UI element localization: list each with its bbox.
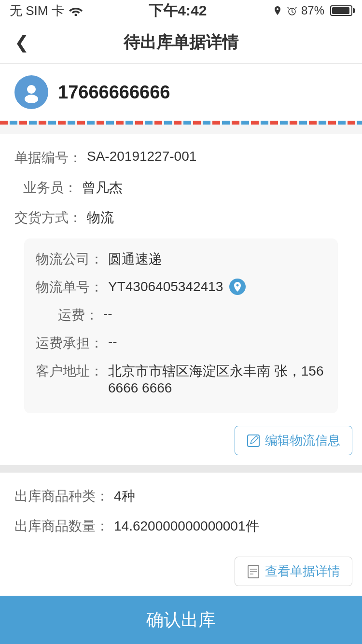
edit-icon [247, 434, 260, 448]
section-divider [0, 465, 362, 473]
nav-bar: ❮ 待出库单据详情 [0, 21, 362, 64]
view-detail-button[interactable]: 查看单据详情 [235, 557, 352, 586]
avatar-icon [21, 82, 42, 103]
goods-types-value: 4种 [114, 487, 135, 505]
carrier-text: 无 SIM 卡 [10, 2, 64, 19]
address-label: 客户地址： [36, 362, 108, 380]
staff-label: 业务员： [14, 179, 82, 197]
goods-types-row: 出库商品种类： 4种 [14, 487, 348, 505]
status-bar-right: 87% [272, 4, 352, 17]
doc-number-label: 单据编号： [14, 149, 87, 167]
goods-quantity-row: 出库商品数量： 14.620000000000001件 [14, 517, 348, 535]
staff-row: 业务员： 曾凡杰 [14, 179, 348, 197]
customer-phone: 17666666666 [58, 82, 170, 103]
confirm-button[interactable]: 确认出库 [0, 596, 362, 644]
svg-point-2 [27, 85, 36, 94]
delivery-label: 交货方式： [14, 209, 87, 227]
document-info-section: 单据编号： SA-20191227-001 业务员： 曾凡杰 交货方式： 物流 … [0, 134, 362, 418]
freight-row: 运费： -- [36, 306, 326, 324]
location-status-icon [272, 5, 283, 16]
tracking-location-icon[interactable] [229, 278, 246, 295]
logistics-tracking-row: 物流单号： YT4306405342413 [36, 278, 326, 296]
svg-point-0 [74, 14, 77, 16]
goods-section: 出库商品种类： 4种 出库商品数量： 14.620000000000001件 [0, 473, 362, 552]
customer-header: 17666666666 [0, 64, 362, 121]
goods-types-label: 出库商品种类： [14, 487, 114, 505]
edit-btn-container: 编辑物流信息 [0, 418, 362, 465]
status-bar-time: 下午4:42 [149, 1, 207, 21]
delivery-value: 物流 [87, 209, 348, 227]
edit-logistics-button[interactable]: 编辑物流信息 [235, 426, 352, 455]
battery-icon [330, 5, 352, 16]
freight-label: 运费： [36, 306, 103, 324]
staff-value: 曾凡杰 [82, 179, 348, 197]
status-bar: 无 SIM 卡 下午4:42 87% [0, 0, 362, 21]
freight-bearer-row: 运费承担： -- [36, 334, 326, 352]
doc-number-row: 单据编号： SA-20191227-001 [14, 149, 348, 167]
freight-bearer-value: -- [108, 334, 326, 350]
back-button[interactable]: ❮ [14, 32, 29, 53]
battery-percent: 87% [301, 4, 324, 17]
wifi-icon [68, 5, 84, 16]
freight-value: -- [103, 306, 326, 322]
status-bar-left: 无 SIM 卡 [10, 2, 84, 19]
view-detail-btn-label: 查看单据详情 [265, 563, 340, 580]
alarm-icon [287, 5, 297, 16]
logistics-tracking-label: 物流单号： [36, 278, 108, 296]
svg-point-3 [25, 95, 38, 103]
document-icon [247, 565, 260, 578]
confirm-btn-label: 确认出库 [146, 608, 216, 632]
avatar [14, 75, 48, 109]
address-row: 客户地址： 北京市市辖区海淀区永丰南 张，156 6666 6666 [36, 362, 326, 396]
edit-btn-label: 编辑物流信息 [265, 432, 340, 449]
goods-quantity-label: 出库商品数量： [14, 517, 114, 535]
goods-quantity-value: 14.620000000000001件 [114, 517, 259, 535]
logistics-tracking-value: YT4306405342413 [108, 278, 326, 295]
delivery-row: 交货方式： 物流 [14, 209, 348, 227]
decorative-border [0, 121, 362, 125]
doc-number-value: SA-20191227-001 [87, 149, 348, 164]
freight-bearer-label: 运费承担： [36, 334, 108, 352]
logistics-company-label: 物流公司： [36, 250, 108, 268]
logistics-section: 物流公司： 圆通速递 物流单号： YT4306405342413 运费： -- … [24, 238, 338, 413]
tracking-number-text: YT4306405342413 [108, 279, 223, 294]
view-detail-container: 查看单据详情 [0, 552, 362, 596]
page-title: 待出库单据详情 [124, 31, 238, 54]
logistics-company-value: 圆通速递 [108, 250, 326, 268]
logistics-company-row: 物流公司： 圆通速递 [36, 250, 326, 268]
address-value: 北京市市辖区海淀区永丰南 张，156 6666 6666 [108, 362, 326, 396]
